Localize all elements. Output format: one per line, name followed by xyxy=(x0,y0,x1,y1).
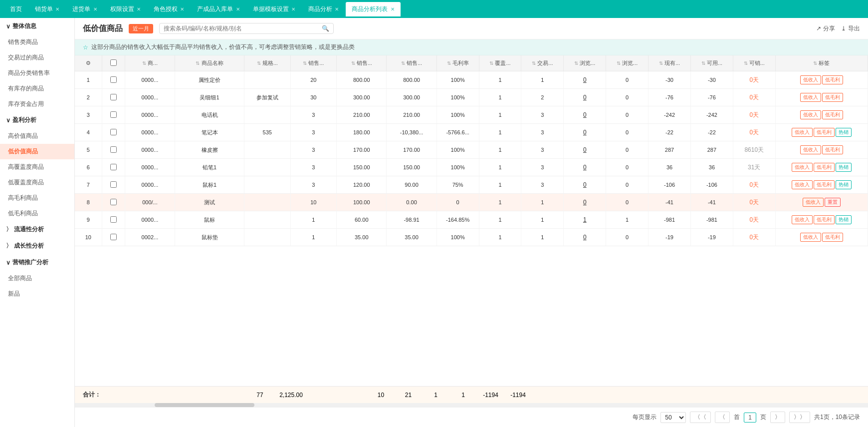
cell-browse1[interactable]: 0 xyxy=(564,159,606,176)
share-button[interactable]: ↗ 分享 xyxy=(816,24,835,33)
sidebar-item-low-margin[interactable]: 低毛利商品 xyxy=(0,206,74,221)
nav-close-role[interactable]: ✕ xyxy=(180,6,184,12)
browse-link[interactable]: 0 xyxy=(583,146,587,153)
nav-permission[interactable]: 权限设置 ✕ xyxy=(104,2,147,16)
row-checkbox[interactable] xyxy=(110,76,117,83)
th-tags[interactable]: ⇅ 标签 xyxy=(775,55,868,71)
search-box[interactable]: 🔍 xyxy=(159,23,334,34)
cell-check[interactable] xyxy=(102,89,125,106)
row-checkbox[interactable] xyxy=(110,164,117,170)
sort-icon-spec[interactable]: ⇅ xyxy=(257,60,261,66)
sidebar-item-stock-goods[interactable]: 有库存的商品 xyxy=(0,81,74,96)
sidebar-item-high-cover[interactable]: 高覆盖度商品 xyxy=(0,159,74,175)
nav-role[interactable]: 角色授权 ✕ xyxy=(148,2,190,16)
cell-check[interactable] xyxy=(102,71,125,89)
sort-icon-tags[interactable]: ⇅ xyxy=(813,60,817,66)
th-spec[interactable]: ⇅ 规格... xyxy=(244,55,290,71)
scrollbar-thumb[interactable] xyxy=(155,403,254,407)
th-browse1[interactable]: ⇅ 浏览... xyxy=(564,55,606,71)
sidebar-item-all-goods[interactable]: 全部商品 xyxy=(0,271,74,286)
th-sale-price[interactable]: ⇅ 销售... xyxy=(337,55,387,71)
browse-link[interactable]: 0 xyxy=(583,199,587,206)
cell-check[interactable] xyxy=(102,211,125,229)
sidebar-group-circulation[interactable]: 〉 流通性分析 xyxy=(0,221,74,238)
nav-close-template[interactable]: ✕ xyxy=(291,6,295,12)
sort-icon-code[interactable]: ⇅ xyxy=(142,60,146,66)
cell-check[interactable] xyxy=(102,141,125,159)
row-checkbox[interactable] xyxy=(110,199,117,205)
cell-browse1[interactable]: 1 xyxy=(564,211,606,229)
sort-icon-browse2[interactable]: ⇅ xyxy=(617,60,621,66)
sort-icon-name[interactable]: ⇅ xyxy=(196,60,200,66)
cell-check[interactable] xyxy=(102,176,125,194)
browse-link[interactable]: 1 xyxy=(583,216,587,223)
sort-icon-avail[interactable]: ⇅ xyxy=(701,60,705,66)
next-page-button[interactable]: 〉 xyxy=(770,412,785,423)
nav-close-sales[interactable]: ✕ xyxy=(55,6,59,12)
cell-check[interactable] xyxy=(102,194,125,211)
search-icon[interactable]: 🔍 xyxy=(322,25,329,32)
search-input[interactable] xyxy=(164,25,322,32)
sidebar-item-high-value[interactable]: 高价值商品 xyxy=(0,128,74,144)
sidebar-item-low-cover[interactable]: 低覆盖度商品 xyxy=(0,175,74,190)
sort-icon-saleqty[interactable]: ⇅ xyxy=(303,60,307,66)
sidebar-group-marketing[interactable]: ∨ 营销推广分析 xyxy=(0,254,74,271)
row-checkbox[interactable] xyxy=(110,94,117,100)
nav-close-permission[interactable]: ✕ xyxy=(137,6,141,12)
sort-icon-stock[interactable]: ⇅ xyxy=(659,60,663,66)
nav-purchase[interactable]: 进货单 ✕ xyxy=(66,2,103,16)
row-checkbox[interactable] xyxy=(110,181,117,188)
sidebar-item-new-goods[interactable]: 新品 xyxy=(0,286,74,302)
nav-close-product-in[interactable]: ✕ xyxy=(236,6,240,12)
cell-check[interactable] xyxy=(102,124,125,141)
browse-link[interactable]: 0 xyxy=(583,164,587,171)
th-sale-qty[interactable]: ⇅ 销售... xyxy=(290,55,337,71)
sort-icon-trade[interactable]: ⇅ xyxy=(532,60,536,66)
sort-icon-gross[interactable]: ⇅ xyxy=(447,60,451,66)
browse-link[interactable]: 0 xyxy=(583,234,587,241)
cell-check[interactable] xyxy=(102,106,125,124)
nav-close-list[interactable]: ✕ xyxy=(391,6,395,12)
sidebar-item-high-margin[interactable]: 高毛利商品 xyxy=(0,190,74,206)
sidebar-group-growth[interactable]: 〉 成长性分析 xyxy=(0,238,74,254)
browse-link[interactable]: 0 xyxy=(583,181,587,188)
sort-icon-saleamt[interactable]: ⇅ xyxy=(401,60,405,66)
nav-close-purchase[interactable]: ✕ xyxy=(93,6,97,12)
th-cover[interactable]: ⇅ 覆盖... xyxy=(479,55,521,71)
row-checkbox[interactable] xyxy=(110,146,117,153)
sidebar-group-overall[interactable]: ∨ 整体信息 xyxy=(0,18,74,34)
export-button[interactable]: ⤓ 导出 xyxy=(841,24,860,33)
th-avail[interactable]: ⇅ 可用... xyxy=(690,55,733,71)
nav-sales-order[interactable]: 销货单 ✕ xyxy=(29,2,65,16)
th-sale-amt[interactable]: ⇅ 销售... xyxy=(387,55,436,71)
browse-link[interactable]: 0 xyxy=(583,76,587,83)
cell-browse1[interactable]: 0 xyxy=(564,89,606,106)
row-checkbox[interactable] xyxy=(110,129,117,135)
nav-template[interactable]: 单据模板设置 ✕ xyxy=(247,2,301,16)
sidebar-item-traded-goods[interactable]: 交易过的商品 xyxy=(0,50,74,65)
cell-browse1[interactable]: 0 xyxy=(564,194,606,211)
sidebar-item-low-value[interactable]: 低价值商品 xyxy=(0,144,74,159)
row-checkbox[interactable] xyxy=(110,111,117,118)
current-page[interactable]: 1 xyxy=(744,413,756,423)
sidebar-item-stock-capital[interactable]: 库存资金占用 xyxy=(0,96,74,112)
th-code[interactable]: ⇅ 商... xyxy=(125,55,175,71)
nav-goods-list[interactable]: 商品分析列表 ✕ xyxy=(346,2,400,16)
sort-icon-saleable[interactable]: ⇅ xyxy=(744,60,748,66)
horizontal-scrollbar[interactable] xyxy=(75,403,868,407)
th-trade[interactable]: ⇅ 交易... xyxy=(521,55,564,71)
cell-browse1[interactable]: 0 xyxy=(564,229,606,246)
th-gear[interactable]: ⚙ xyxy=(75,55,102,71)
row-checkbox[interactable] xyxy=(110,234,117,240)
last-page-button[interactable]: 〉〉 xyxy=(789,412,810,423)
nav-home[interactable]: 首页 xyxy=(4,2,28,16)
sidebar-item-sales-goods[interactable]: 销售类商品 xyxy=(0,34,74,50)
nav-product-in[interactable]: 产成品入库单 ✕ xyxy=(191,2,245,16)
cell-browse1[interactable]: 0 xyxy=(564,176,606,194)
browse-link[interactable]: 0 xyxy=(583,94,587,101)
th-browse2[interactable]: ⇅ 浏览... xyxy=(606,55,649,71)
th-gross[interactable]: ⇅ 毛利率 xyxy=(436,55,479,71)
select-all-checkbox[interactable] xyxy=(110,59,117,66)
sidebar-item-category-rate[interactable]: 商品分类销售率 xyxy=(0,65,74,81)
row-checkbox[interactable] xyxy=(110,216,117,223)
